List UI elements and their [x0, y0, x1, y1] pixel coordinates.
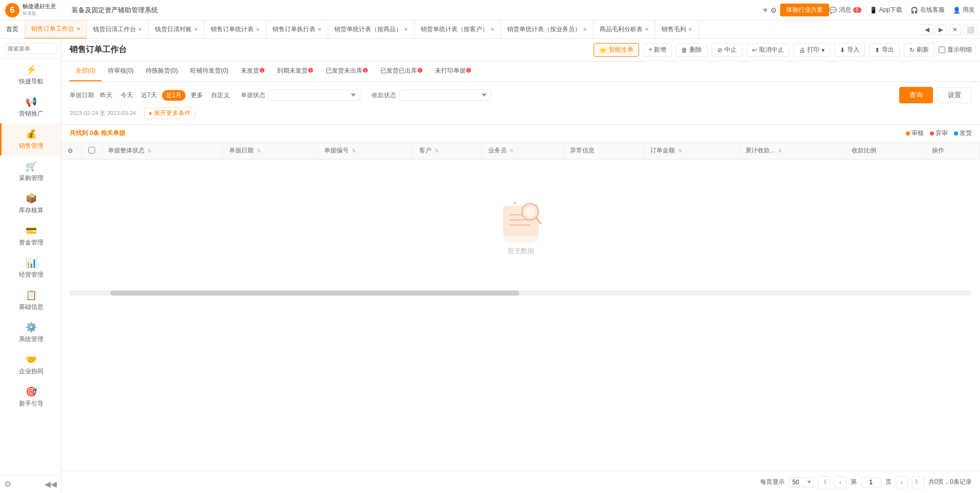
- tab-close-icon7[interactable]: ✕: [490, 27, 494, 32]
- tab-close-icon10[interactable]: ✕: [688, 27, 692, 32]
- sidebar-item-purchase[interactable]: 🛒 采购管理: [0, 155, 61, 188]
- tab-sales-staff[interactable]: 销货单统计表（按业务员） ✕: [501, 20, 594, 39]
- new-btn[interactable]: + 新增: [643, 43, 672, 57]
- filter-tab-shipped-not-out[interactable]: 已发货未出库❶: [320, 61, 374, 81]
- date-opt-1month[interactable]: 近1月: [162, 90, 186, 101]
- delete-btn[interactable]: 🗑 删除: [676, 43, 708, 57]
- query-btn[interactable]: 查询: [899, 87, 933, 103]
- filter-tab-unprinted[interactable]: 未打印单据❶: [429, 61, 477, 81]
- sidebar-item-basic[interactable]: 📋 基础信息: [0, 284, 61, 317]
- show-detail-checkbox[interactable]: [939, 47, 945, 53]
- cancel-stop-btn[interactable]: ↩ 取消中止: [746, 43, 789, 57]
- filter-setting-btn[interactable]: 设置: [937, 87, 972, 103]
- stop-btn[interactable]: ⊘ 中止: [712, 43, 742, 57]
- tab-sales-margin[interactable]: 销售毛利 ✕: [655, 20, 699, 39]
- tab-close-all[interactable]: ✕: [949, 25, 961, 35]
- sort-icon-staff[interactable]: ⇅: [509, 148, 513, 153]
- user-btn[interactable]: 👤 用友: [953, 6, 975, 14]
- collection-select[interactable]: [399, 89, 491, 101]
- sidebar-item-sales[interactable]: 💰 销售管理: [0, 123, 61, 155]
- page-first-btn[interactable]: 《: [818, 476, 830, 488]
- tab-sales-stats[interactable]: 销售订单统计表 ✕: [204, 20, 266, 39]
- tab-cash-daily[interactable]: 钱货日清工作台 ✕: [87, 20, 149, 39]
- sidebar-item-marketing[interactable]: 📢 营销推广: [0, 91, 61, 123]
- tab-maximize[interactable]: ⬜: [963, 25, 978, 35]
- tab-gross-profit[interactable]: 商品毛利分析表 ✕: [594, 20, 655, 39]
- filter-tab-inspect[interactable]: 待拣验货(0): [140, 61, 184, 81]
- sidebar-item-system[interactable]: ⚙️ 系统管理: [0, 317, 61, 349]
- status-select[interactable]: [268, 89, 360, 101]
- select-all-checkbox[interactable]: [88, 147, 95, 153]
- sort-icon-amount[interactable]: ⇅: [678, 148, 682, 153]
- horizontal-scrollbar[interactable]: [61, 286, 980, 300]
- sort-icon-collected[interactable]: ⇅: [778, 148, 782, 153]
- date-opt-yesterday[interactable]: 昨天: [97, 90, 116, 101]
- tab-close-icon3[interactable]: ✕: [194, 27, 198, 32]
- expand-conditions-btn[interactable]: ▾ 展开更多条件: [144, 107, 195, 119]
- tab-close-icon9[interactable]: ✕: [645, 27, 649, 32]
- sort-icon-number[interactable]: ⇅: [352, 148, 356, 153]
- tab-cash-reconcile[interactable]: 钱货日清对账 ✕: [149, 20, 204, 39]
- gear-settings-icon[interactable]: ⚙: [770, 6, 777, 14]
- tab-close-icon2[interactable]: ✕: [138, 27, 142, 32]
- tab-sales-exec[interactable]: 销售订单执行表 ✕: [266, 20, 328, 39]
- tab-close-icon5[interactable]: ✕: [317, 27, 322, 32]
- sidebar-item-guide[interactable]: 🎯 新手引导: [0, 381, 61, 413]
- col-checkbox[interactable]: [82, 142, 101, 160]
- dropdown-arrow[interactable]: ▾: [763, 5, 767, 15]
- sort-icon-customer[interactable]: ⇅: [435, 148, 439, 153]
- online-service-btn[interactable]: 🎧 在线客服: [910, 6, 945, 14]
- tab-close-icon8[interactable]: ✕: [583, 27, 587, 32]
- date-opt-custom[interactable]: 自定义: [208, 90, 233, 101]
- industry-btn[interactable]: 体验行业方案: [780, 4, 829, 16]
- sidebar-item-enterprise[interactable]: 🤝 企业协同: [0, 349, 61, 381]
- tab-close-icon4[interactable]: ✕: [256, 27, 260, 32]
- page-next-btn[interactable]: ›: [896, 476, 908, 488]
- ship-btn[interactable]: 发货: [954, 129, 972, 138]
- sort-icon-status[interactable]: ⇅: [147, 148, 151, 153]
- sidebar-settings-icon[interactable]: ⚙: [4, 479, 11, 489]
- cancel-audit-btn[interactable]: 弃审: [930, 129, 948, 138]
- sidebar-item-operations[interactable]: 📊 经营管理: [0, 252, 61, 284]
- tab-sales-order[interactable]: 销售订单工作台 ✕: [25, 20, 87, 39]
- message-btn[interactable]: 💬 消息 6: [829, 6, 861, 14]
- app-download-btn[interactable]: 📱 App下载: [870, 6, 902, 14]
- tab-close-icon[interactable]: ✕: [76, 26, 80, 32]
- print-btn[interactable]: 🖨 打印 ▾: [793, 43, 830, 57]
- sidebar-item-quicknav[interactable]: ⚡ 快捷导航: [0, 59, 61, 91]
- import-btn[interactable]: ⬇ 导入: [834, 43, 865, 57]
- tab-sales-customer[interactable]: 销货单统计表（按客户） ✕: [415, 20, 501, 39]
- col-settings[interactable]: ⚙: [61, 142, 82, 160]
- date-opt-more[interactable]: 更多: [188, 90, 206, 101]
- filter-tab-pending[interactable]: 待审核(0): [102, 61, 140, 81]
- audit-btn[interactable]: 审核: [906, 129, 924, 138]
- filter-tab-wangpu[interactable]: 旺铺待发货(0): [184, 61, 235, 81]
- page-size-select[interactable]: 50 20 100: [789, 477, 814, 487]
- export-btn[interactable]: ⬆ 导出: [869, 43, 900, 57]
- filter-tab-unshipped[interactable]: 未发货❶: [235, 61, 271, 81]
- table-scroll-area[interactable]: ⚙ 单据整体状态 ⇅ 单据日期 ⇅ 单据编号: [61, 142, 980, 470]
- ai-generate-btn[interactable]: ⭐ 智能生单: [594, 43, 639, 57]
- tab-scroll-right[interactable]: ▶: [935, 25, 947, 35]
- page-last-btn[interactable]: 》: [912, 476, 924, 488]
- tab-home[interactable]: 首页: [0, 20, 25, 39]
- filter-tab-shipped-out[interactable]: 已发货已出库❶: [374, 61, 429, 81]
- filter-tab-all[interactable]: 全部(0): [70, 61, 102, 81]
- sidebar-item-finance[interactable]: 💳 资金管理: [0, 220, 61, 252]
- page-prev-btn[interactable]: ‹: [834, 476, 847, 488]
- sidebar-collapse-icon[interactable]: ◀◀: [44, 479, 57, 489]
- refresh-btn[interactable]: ↻ 刷新: [904, 43, 935, 57]
- show-detail-label[interactable]: 显示明细: [939, 46, 972, 54]
- tab-close-icon6[interactable]: ✕: [404, 27, 408, 32]
- tab-sales-product[interactable]: 销货单统计表（按商品） ✕: [328, 20, 415, 39]
- tab-scroll-left[interactable]: ◀: [921, 25, 933, 35]
- filter-tab-overdue[interactable]: 到期未发货❶: [271, 61, 320, 81]
- sort-icon-date[interactable]: ⇅: [257, 148, 261, 153]
- scroll-track[interactable]: [70, 290, 972, 296]
- sidebar-item-inventory[interactable]: 📦 库存核算: [0, 188, 61, 220]
- date-opt-7days[interactable]: 近7天: [138, 90, 160, 101]
- date-opt-today[interactable]: 今天: [118, 90, 136, 101]
- scroll-thumb[interactable]: [110, 290, 519, 296]
- search-input[interactable]: [3, 43, 58, 54]
- page-number-input[interactable]: [861, 477, 881, 487]
